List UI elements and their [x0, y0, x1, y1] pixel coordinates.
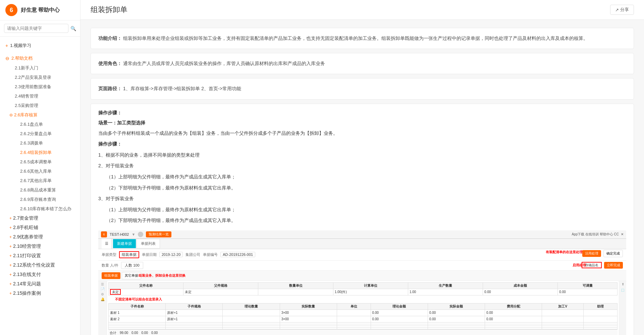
ss-top-cell-0-4: 1.00	[408, 289, 483, 295]
ss-bot-th-8: 加工V	[542, 303, 584, 310]
search-input[interactable]	[4, 24, 68, 33]
sidebar-item-purchase[interactable]: 2.5采购管理	[9, 101, 80, 110]
plus-icon-payment: +	[9, 272, 12, 277]
sidebar-item-stock-3[interactable]: 2.6.3调拨单	[15, 138, 80, 148]
sidebar-item-payment[interactable]: + 2.13在线支付	[9, 270, 80, 279]
role-label: 使用角色：	[98, 61, 122, 66]
ss-main-body: ☰ 📄 ⚙ 🔔 父件名称	[98, 281, 626, 335]
ss-icon-3: ⚙	[101, 292, 104, 296]
sidebar-item-stock[interactable]: ⊖ 2.6库存核算	[9, 110, 80, 120]
ss-company-id: TEST-H002	[110, 232, 129, 236]
share-button[interactable]: ↗ 分享	[610, 5, 634, 15]
ss-process-btn[interactable]: 活用处理	[582, 250, 601, 257]
steps-inner-label: 操作步骤：	[98, 139, 626, 149]
ss-bot-th-9: 助理	[584, 303, 618, 310]
ss-top-table: 父件名称 父件规格 数量单位 计算单位 生产数量 成本金额 可调量	[108, 282, 618, 295]
main-content: 功能介绍： 组装拆卸单用来处理企业组装或拆卸等加工业务，支持有固定装配清单的产品…	[80, 20, 644, 335]
plus-icon-finance: +	[9, 216, 12, 221]
ss-annotation-a4-wrap: 不固定清单可以组合在这里录入	[108, 296, 618, 302]
ss-process-btn-wrap: 活用处理 确定完成	[582, 250, 623, 257]
expand-icon-video: +	[5, 43, 8, 48]
ss-bottom-table: 子件名称 子件规格 理论数量 实际数量 单位 理论金额 实际金额 费用分配 加工	[108, 303, 618, 329]
sidebar-item-data[interactable]: 2.3使用前数据准备	[9, 82, 80, 92]
role-card: 使用角色： 通常由生产人员或库管人员完成拆装业务的操作，库管人员确认原材料的出库…	[91, 53, 634, 74]
ss-type-label: 单据类型	[102, 252, 116, 257]
sidebar-item-print[interactable]: + 2.11打印设置	[9, 251, 80, 261]
sidebar-item-docs[interactable]: ⊖ 2.帮助文档	[0, 53, 80, 63]
sidebar-item-stock-9[interactable]: 2.6.9库存账本查询	[15, 195, 80, 204]
ss-bottom-table-body: 素材 1原材+13×000.000.000.00素材 2原材+13×000.00…	[109, 310, 618, 329]
ss-subtab-assemble[interactable]: 组装单据	[102, 272, 120, 279]
ss-bot-cell-5-3	[280, 327, 337, 329]
search-icon[interactable]: 🔍	[70, 26, 76, 31]
sidebar-item-sales[interactable]: 2.4销售管理	[9, 92, 80, 101]
ss-bot-cell-1-7: 0.00	[485, 316, 542, 322]
ss-right-icons: ⬆ ⬚	[619, 281, 626, 335]
plus-icon-faq: +	[9, 282, 12, 286]
ss-top-row-0: 未定 未定 1.00(件) 1.00 0.00 0.00	[109, 289, 618, 295]
plus-icon-mobile: +	[9, 225, 12, 230]
plus-icon-ops: +	[9, 244, 12, 249]
ss-footer-v3: 0.00	[142, 331, 148, 335]
sidebar-header: 6 好生意 帮助中心	[0, 0, 80, 20]
sidebar-item-install[interactable]: 2.2产品安装及登录	[9, 73, 80, 82]
annotation-a1: 有装配清单的在这里处理	[546, 250, 583, 255]
ss-bot-cell-5-2	[223, 327, 280, 329]
sidebar-item-stock-6[interactable]: 2.6.6其他入库单	[15, 167, 80, 176]
sidebar-item-faq[interactable]: + 2.14常见问题	[9, 279, 80, 289]
search-box[interactable]: 🔍	[0, 20, 80, 37]
ss-tables-area: 父件名称 父件规格 数量单位 计算单位 生产数量 成本金额 可调量	[107, 281, 619, 335]
ss-bot-cell-0-1: 原材+1	[166, 310, 223, 316]
ss-bot-cell-0-4	[337, 310, 371, 316]
ss-date-value: 2019-12-20	[159, 252, 183, 257]
ss-icon-1: ☰	[101, 282, 104, 286]
nav-section-video: + 1.视频学习	[0, 39, 80, 52]
sidebar-item-stock-7[interactable]: 2.6.7其他出库单	[15, 176, 80, 185]
share-icon: ↗	[615, 7, 619, 12]
path-label: 页面路径：	[98, 86, 122, 91]
expand-icon-docs: ⊖	[5, 56, 9, 61]
intro-label: 功能介绍：	[98, 36, 122, 41]
path-text: 1、库存核算->库存管理->组装拆卸单 2、首页->常用功能	[123, 86, 241, 91]
ss-bot-cell-5-9	[584, 327, 618, 329]
step3-1: （1）上部明细为父件明细，最终作为原材料生成其它出库单；	[98, 205, 626, 214]
scenario1-title: 场景一：加工类型选择	[98, 120, 626, 126]
sidebar-item-stock-2[interactable]: 2.6.2分量盘点单	[15, 129, 80, 138]
docs-sub-items: 2.1新手入门 2.2产品安装及登录 2.3使用前数据准备 2.4销售管理 2.…	[0, 63, 80, 298]
ss-footer-total: 合计	[110, 331, 116, 335]
ss-tab-list[interactable]: 单据列表	[137, 239, 160, 248]
ss-icon-2: 📄	[101, 287, 105, 291]
ss-apply-btn[interactable]: 立即完成	[604, 262, 623, 269]
sidebar-item-stock-5[interactable]: 2.6.5成本调整单	[15, 157, 80, 167]
sidebar-item-coupon[interactable]: + 2.9优惠券管理	[9, 232, 80, 242]
plus-icon-system: +	[9, 263, 12, 268]
ss-confirm-btn[interactable]: 确定完成	[603, 250, 623, 257]
sidebar-item-mobile[interactable]: + 2.8手机旺铺	[9, 223, 80, 232]
sidebar-item-stock-1[interactable]: 2.6.1盘点单	[15, 120, 80, 129]
sidebar-item-system[interactable]: + 2.12系统个性化设置	[9, 261, 80, 270]
sidebar-item-ops[interactable]: + 2.10经营管理	[9, 242, 80, 251]
sidebar-item-stock-parent: ⊖ 2.6库存核算 2.6.1盘点单 2.6.2分量盘点单 2.6.3调拨单 2…	[9, 110, 80, 214]
sidebar-item-cases[interactable]: + 2.15操作案例	[9, 289, 80, 298]
ss-top-cell-0-0: 未定	[109, 289, 183, 295]
ss-type-value: 组装单据	[119, 251, 139, 258]
ss-order-label: 单据编号	[203, 252, 218, 257]
ss-refresh-icon	[138, 232, 143, 237]
ss-tab-new[interactable]: 新建单据	[113, 239, 136, 248]
sidebar-item-stock-4[interactable]: 2.6.4组装拆卸单	[15, 148, 80, 157]
plus-icon-coupon: +	[9, 235, 12, 239]
ss-bot-th-4: 单位	[337, 303, 371, 310]
ss-form-row1: 单据类型 组装单据 单据日期 2019-12-20 集团公司 单据编号 AD-2…	[98, 249, 626, 261]
ss-bot-cell-1-0: 素材 2	[109, 316, 166, 322]
sidebar-item-newbie[interactable]: 2.1新手入门	[9, 63, 80, 73]
ss-dropdown-icon: ▼	[131, 232, 135, 236]
sidebar-item-stock-8[interactable]: 2.6.8商品成本重算	[15, 185, 80, 195]
ss-bot-th-0: 子件名称	[109, 303, 166, 310]
sidebar-item-finance[interactable]: + 2.7资金管理	[9, 214, 80, 223]
sidebar-item-stock-10[interactable]: 2.6.10库存账本错了怎么办	[15, 204, 80, 214]
ss-preview-btn[interactable]: 预测结果一览	[146, 231, 171, 237]
sidebar-item-video[interactable]: + 1.视频学习	[0, 41, 80, 51]
ss-close-icon: ✕	[621, 232, 624, 236]
app-logo: 6	[5, 4, 17, 16]
ss-qty-label: 数量 人/件	[102, 263, 118, 268]
